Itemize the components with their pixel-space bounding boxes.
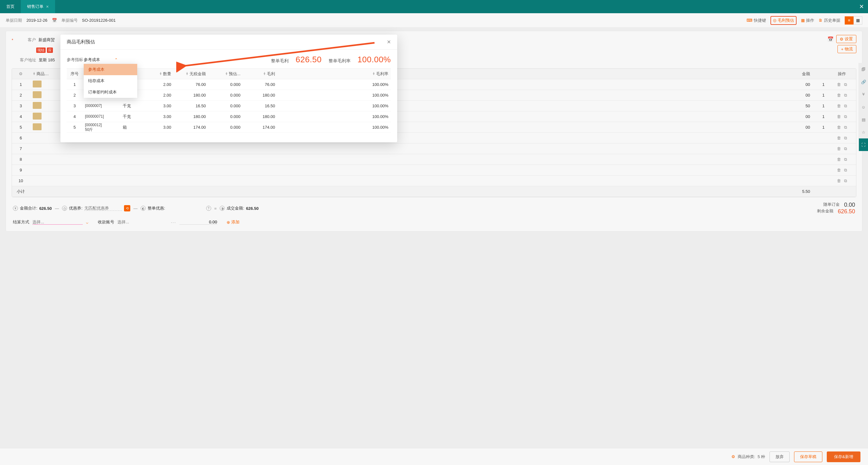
cell-qty: 3.00 [139, 125, 174, 130]
ref-dropdown: 参考成本 结存成本 订单签约时成本 [84, 64, 137, 98]
cell-untaxed: 16.50 [174, 103, 208, 108]
table-row: 4[00000071]千克3.00180.000.000180.00100.00… [67, 112, 391, 122]
ref-label: 参考指标 [67, 57, 83, 63]
cell-qty: 2.00 [139, 82, 174, 87]
cell-name: [0000012]50斤 [83, 123, 120, 132]
cell-unit: 千克 [120, 114, 139, 120]
table-row: 3[0000007]千克3.0016.500.00016.50100.00% [67, 101, 391, 112]
cell-idx: 5 [67, 125, 83, 130]
total-rate-value: 100.00% [358, 55, 391, 64]
chevron-up-icon: ⌃ [115, 58, 118, 62]
ref-value: 参考成本 [84, 57, 100, 63]
cell-est: 0.000 [208, 114, 243, 119]
dropdown-item[interactable]: 结存成本 [84, 75, 137, 87]
cell-idx: 1 [67, 82, 83, 87]
cell-idx: 3 [67, 103, 83, 108]
dropdown-item[interactable]: 参考成本 [84, 64, 137, 75]
cell-est: 0.000 [208, 103, 243, 108]
cell-untaxed: 180.00 [174, 93, 208, 97]
cell-untaxed: 180.00 [174, 114, 208, 119]
cell-unit: 千克 [120, 103, 139, 109]
modal-mask[interactable]: 商品毛利预估 ✕ 参考指标 参考成本 ⌃ 参考成本 结存成本 订单签约时成本 [0, 0, 868, 448]
cell-untaxed: 76.00 [174, 82, 208, 87]
cell-qty: 3.00 [139, 114, 174, 119]
dropdown-item[interactable]: 订单签约时成本 [84, 87, 137, 98]
cell-profit: 76.00 [243, 82, 278, 87]
cell-name: [0000007] [83, 103, 120, 108]
cell-idx: 2 [67, 93, 83, 97]
cell-name: [00000071] [83, 114, 120, 119]
cell-qty: 3.00 [139, 103, 174, 108]
col-untaxed[interactable]: ▲▼无税金额 [174, 71, 208, 77]
col-idx: 序号 [67, 71, 83, 77]
modal-title: 商品毛利预估 [67, 39, 95, 45]
cell-est: 0.000 [208, 82, 243, 87]
cell-qty: 2.00 [139, 93, 174, 97]
cell-profit: 180.00 [243, 114, 278, 119]
profit-modal: 商品毛利预估 ✕ 参考指标 参考成本 ⌃ 参考成本 结存成本 订单签约时成本 [60, 35, 397, 142]
cell-est: 0.000 [208, 125, 243, 130]
total-profit-label: 整单毛利 [271, 58, 288, 64]
table-row: 5[0000012]50斤箱3.00174.000.000174.00100.0… [67, 122, 391, 133]
cell-rate: 100.00% [341, 93, 391, 97]
ref-select[interactable]: 参考成本 ⌃ [84, 57, 118, 63]
col-est[interactable]: ▲▼预估... [208, 71, 243, 77]
cell-untaxed: 174.00 [174, 125, 208, 130]
total-rate-label: 整单毛利率 [329, 58, 350, 64]
cell-rate: 100.00% [341, 82, 391, 87]
cell-rate: 100.00% [341, 114, 391, 119]
cell-rate: 100.00% [341, 125, 391, 130]
cell-idx: 4 [67, 114, 83, 119]
cell-unit: 箱 [120, 125, 139, 130]
cell-profit: 174.00 [243, 125, 278, 130]
close-icon[interactable]: ✕ [387, 39, 391, 45]
cell-rate: 100.00% [341, 103, 391, 108]
col-qty[interactable]: ▲▼数量 [139, 71, 174, 77]
cell-est: 0.000 [208, 93, 243, 97]
col-profit[interactable]: ▲▼毛利 [243, 71, 278, 77]
cell-profit: 180.00 [243, 93, 278, 97]
col-rate[interactable]: ▲▼毛利率 [341, 71, 391, 77]
total-profit-value: 626.50 [296, 55, 322, 64]
cell-profit: 16.50 [243, 103, 278, 108]
